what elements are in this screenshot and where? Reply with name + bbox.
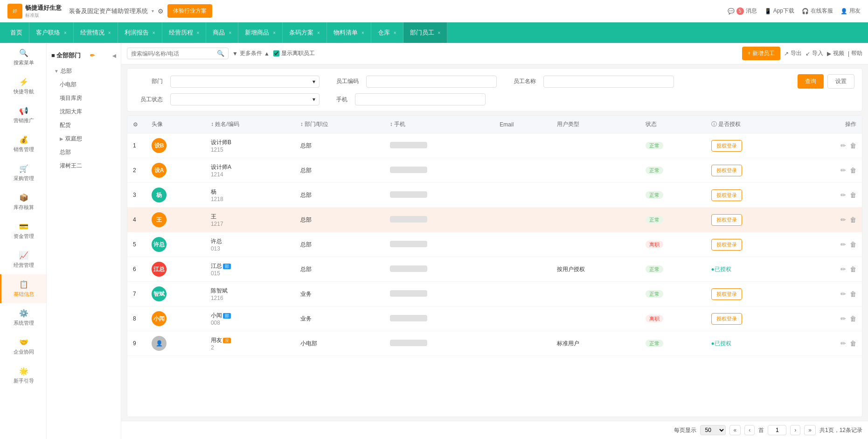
delete-icon[interactable]: 🗑: [850, 265, 856, 273]
edit-icon[interactable]: ✏: [840, 167, 846, 174]
col-settings[interactable]: ⚙: [127, 116, 146, 133]
nav-tab-goods[interactable]: 商品×: [206, 22, 238, 43]
close-icon[interactable]: ×: [229, 30, 231, 35]
auth-login-button[interactable]: 授权登录: [711, 288, 742, 300]
prev-page-btn[interactable]: ‹: [744, 425, 755, 435]
dept-item-general[interactable]: 总部: [52, 146, 121, 159]
nav-tab-bom[interactable]: 物料清单×: [327, 22, 371, 43]
dept-item-project[interactable]: 项目库房: [52, 91, 121, 105]
edit-icon[interactable]: ✏: [840, 191, 846, 199]
nav-tab-barcode[interactable]: 条码方案×: [283, 22, 327, 43]
dept-item-shrub[interactable]: 灌树王二: [52, 159, 121, 173]
edit-icon[interactable]: ✏: [840, 241, 846, 248]
nav-tab-operations[interactable]: 经营情况×: [74, 22, 118, 43]
nav-tab-customer[interactable]: 客户联络×: [29, 22, 74, 43]
dept-item-double-dream[interactable]: ▶ 双庭想: [52, 132, 121, 146]
sidebar-item-finance[interactable]: 💳 资金管理: [0, 216, 46, 245]
nav-tab-home[interactable]: 首页: [4, 22, 29, 43]
nav-tab-warehouse[interactable]: 仓库×: [371, 22, 403, 43]
close-icon[interactable]: ×: [153, 30, 155, 35]
edit-icon[interactable]: ✏: [840, 216, 846, 223]
sidebar-item-guide[interactable]: 🌟 新手引导: [0, 361, 46, 390]
show-resigned-label[interactable]: 显示离职员工: [273, 49, 315, 57]
import-button[interactable]: ↙ 导入: [806, 49, 823, 57]
edit-icon[interactable]: ✏: [840, 340, 846, 347]
close-icon[interactable]: ×: [64, 30, 67, 35]
user-area[interactable]: 👤 用友: [840, 7, 861, 15]
nav-tab-history[interactable]: 经营历程×: [162, 22, 207, 43]
delete-icon[interactable]: 🗑: [850, 340, 856, 347]
per-page-select[interactable]: 50 100 200: [700, 425, 726, 435]
delete-icon[interactable]: 🗑: [850, 216, 856, 223]
delete-icon[interactable]: 🗑: [850, 290, 856, 298]
edit-icon[interactable]: ✏: [840, 315, 846, 322]
sidebar-item-search[interactable]: 🔍 搜索菜单: [0, 43, 46, 72]
next-page-btn[interactable]: ›: [790, 425, 800, 435]
nav-tab-profit[interactable]: 利润报告×: [118, 22, 162, 43]
nav-tab-dept-employee[interactable]: 部门员工×: [403, 22, 448, 43]
edit-icon[interactable]: ✏: [840, 265, 846, 273]
sidebar-item-quick-nav[interactable]: ⚡ 快捷导航: [0, 72, 46, 101]
online-service-area[interactable]: 🎧 在线客服: [802, 7, 833, 15]
last-page-btn[interactable]: »: [804, 425, 816, 435]
close-icon[interactable]: ×: [197, 30, 200, 35]
sidebar-item-enterprise[interactable]: 🤝 企业协同: [0, 332, 46, 361]
delete-icon[interactable]: 🗑: [850, 241, 856, 248]
dept-item-distribution[interactable]: 配货: [52, 118, 121, 132]
export-button[interactable]: ↗ 导出: [784, 49, 802, 57]
emp-status-select[interactable]: ▾: [170, 93, 319, 105]
nav-tab-add-goods[interactable]: 新增商品×: [238, 22, 283, 43]
delete-icon[interactable]: 🗑: [850, 315, 856, 322]
search-input[interactable]: [131, 50, 215, 57]
close-icon[interactable]: ×: [438, 30, 441, 35]
emp-name-input[interactable]: [543, 76, 674, 88]
auth-login-button[interactable]: 授权登录: [711, 239, 742, 251]
auth-login-button[interactable]: 授权登录: [711, 140, 742, 152]
auth-login-button[interactable]: 授权登录: [711, 214, 742, 226]
dept-item-shenyang[interactable]: 沈阳大库: [52, 105, 121, 118]
sidebar-item-marketing[interactable]: 📢 营销推广: [0, 101, 46, 130]
experience-button[interactable]: 体验行业方案: [167, 4, 212, 18]
sidebar-item-sales[interactable]: 💰 销售管理: [0, 130, 46, 159]
app-download-area[interactable]: 📱 App下载: [764, 7, 794, 15]
auth-login-button[interactable]: 授权登录: [711, 313, 742, 325]
col-phone[interactable]: ↕ 手机: [384, 116, 494, 133]
dept-collapse-btn[interactable]: ◀: [112, 53, 116, 58]
close-icon[interactable]: ×: [273, 30, 276, 35]
set-button[interactable]: 设置: [827, 74, 854, 89]
edit-icon[interactable]: ✏: [840, 142, 846, 149]
close-icon[interactable]: ×: [317, 30, 320, 35]
auth-login-button[interactable]: 授权登录: [711, 189, 742, 201]
close-icon[interactable]: ×: [361, 30, 364, 35]
col-dept[interactable]: ↕ 部门/职位: [295, 116, 384, 133]
dept-item-head[interactable]: ▼ 总部: [47, 64, 121, 78]
add-employee-button[interactable]: + 新增员工: [742, 47, 780, 60]
phone-input[interactable]: [355, 93, 486, 105]
show-resigned-checkbox[interactable]: [273, 50, 279, 56]
message-icon-area[interactable]: 💬 5 消息: [728, 7, 757, 15]
more-filter-btn[interactable]: ▼ 更多条件 ▲: [232, 49, 270, 57]
dept-edit-icon[interactable]: ✏: [85, 49, 99, 62]
dept-select[interactable]: ▾: [170, 76, 319, 88]
page-number-input[interactable]: [768, 425, 786, 435]
edit-icon[interactable]: ✏: [840, 290, 846, 298]
settings-button[interactable]: ⚙: [158, 7, 164, 15]
sidebar-item-inventory[interactable]: 📦 库存核算: [0, 188, 46, 216]
delete-icon[interactable]: 🗑: [850, 142, 856, 149]
delete-icon[interactable]: 🗑: [850, 191, 856, 199]
first-page-btn[interactable]: «: [729, 425, 741, 435]
close-icon[interactable]: ×: [394, 30, 396, 35]
auth-login-button[interactable]: 授权登录: [711, 165, 742, 176]
view-button[interactable]: ▶ 视频: [827, 49, 844, 57]
sidebar-item-basic[interactable]: 📋 基础信息: [0, 274, 46, 303]
query-button[interactable]: 查询: [798, 74, 824, 89]
system-dropdown-arrow[interactable]: ▾: [152, 8, 154, 14]
sidebar-item-system[interactable]: ⚙️ 系统管理: [0, 303, 46, 332]
close-icon[interactable]: ×: [108, 30, 111, 35]
help-button[interactable]: | 帮助: [848, 49, 862, 57]
dept-item-small-elec[interactable]: 小电部: [52, 78, 121, 91]
delete-icon[interactable]: 🗑: [850, 167, 856, 174]
col-name-code[interactable]: ↕ 姓名/编码: [205, 116, 295, 133]
emp-code-input[interactable]: [366, 76, 497, 88]
sidebar-item-ops[interactable]: 📈 经营管理: [0, 245, 46, 274]
